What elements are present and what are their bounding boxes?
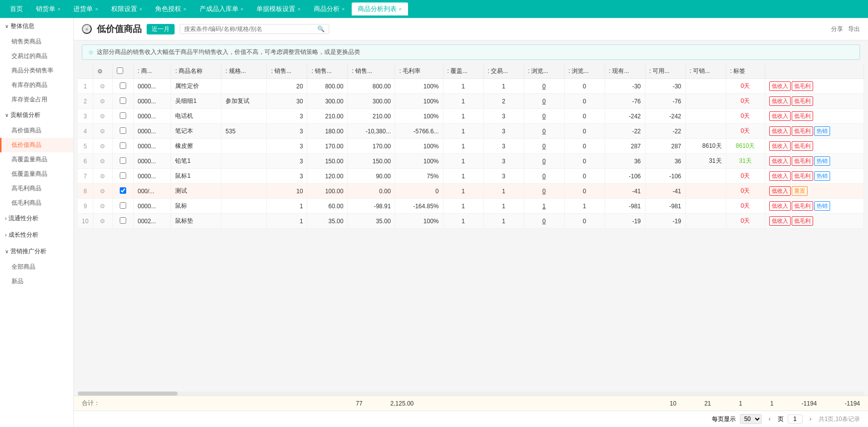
row-gear-icon[interactable]: ⚙	[100, 188, 105, 195]
col-gear[interactable]: ⚙	[93, 64, 112, 79]
col-check[interactable]	[112, 64, 133, 79]
search-input[interactable]	[184, 25, 317, 32]
export-button[interactable]: 导出	[848, 25, 860, 33]
row-gear-icon[interactable]: ⚙	[100, 218, 105, 225]
row-gear[interactable]: ⚙	[93, 79, 112, 94]
sidebar-item-高覆盖量商品[interactable]: 高覆盖量商品	[0, 152, 73, 167]
sidebar-item-有库存的商品[interactable]: 有库存的商品	[0, 78, 73, 92]
cell-view1[interactable]: 0	[524, 79, 564, 94]
sidebar-item-低毛利商品[interactable]: 低毛利商品	[0, 196, 73, 210]
nav-close-商品分析[interactable]: ×	[342, 6, 345, 12]
prev-page-btn[interactable]: ‹	[766, 415, 774, 424]
row-gear-icon[interactable]: ⚙	[100, 83, 105, 90]
row-gear-icon[interactable]: ⚙	[100, 173, 105, 180]
sidebar-section-营销推广分析[interactable]: ∨ 营销推广分析	[0, 243, 73, 260]
col-available: : 可用...	[645, 64, 685, 79]
sidebar-section-流通性分析[interactable]: › 流通性分析	[0, 210, 73, 227]
row-checkbox[interactable]	[120, 97, 126, 104]
row-gear[interactable]: ⚙	[93, 109, 112, 124]
cell-view1[interactable]: 0	[524, 109, 564, 124]
scrollbar-thumb[interactable]	[78, 392, 178, 396]
nav-close-销货单[interactable]: ×	[57, 6, 60, 12]
row-gear[interactable]: ⚙	[93, 184, 112, 199]
cell-view1[interactable]: 0	[524, 169, 564, 184]
sidebar-item-高毛利商品[interactable]: 高毛利商品	[0, 181, 73, 196]
nav-close-产成品入库单[interactable]: ×	[240, 6, 243, 12]
row-checkbox[interactable]	[120, 217, 126, 224]
nav-item-首页[interactable]: 首页	[4, 2, 29, 15]
cell-view1[interactable]: 0	[524, 214, 564, 229]
nav-close-单据模板设置[interactable]: ×	[297, 6, 300, 12]
nav-close-进货单[interactable]: ×	[95, 6, 98, 12]
cell-spec	[221, 109, 267, 124]
nav-item-商品分析列表[interactable]: 商品分析列表×	[352, 2, 408, 15]
sidebar-section-整体信息[interactable]: ∨ 整体信息	[0, 18, 73, 34]
row-gear[interactable]: ⚙	[93, 124, 112, 139]
sidebar-item-高价值商品[interactable]: 高价值商品	[0, 123, 73, 138]
row-gear-icon[interactable]: ⚙	[100, 143, 105, 150]
gear-icon[interactable]: ⚙	[97, 68, 103, 75]
sidebar-collapse-btn[interactable]: «	[82, 24, 92, 34]
sidebar-item-低覆盖量商品[interactable]: 低覆盖量商品	[0, 167, 73, 181]
nav-item-权限设置[interactable]: 权限设置×	[105, 2, 148, 15]
row-checkbox[interactable]	[120, 187, 126, 194]
page-size-select[interactable]: 50	[740, 414, 762, 424]
cell-view1[interactable]: 0	[524, 124, 564, 139]
nav-item-进货单[interactable]: 进货单×	[67, 2, 104, 15]
sidebar-item-销售类商品[interactable]: 销售类商品	[0, 34, 73, 49]
horizontal-scrollbar[interactable]	[78, 392, 864, 396]
cell-view1[interactable]: 0	[524, 139, 564, 154]
row-gear-icon[interactable]: ⚙	[100, 203, 105, 210]
cell-view1[interactable]: 0	[524, 94, 564, 109]
row-checkbox[interactable]	[120, 142, 126, 149]
cell-view1[interactable]: 1	[524, 199, 564, 214]
row-gear[interactable]: ⚙	[93, 139, 112, 154]
cell-coverage: 1	[443, 184, 483, 199]
sidebar-item-商品分类销售率[interactable]: 商品分类销售率	[0, 63, 73, 78]
nav-item-单据模板设置[interactable]: 单据模板设置×	[250, 2, 306, 15]
row-gear-icon[interactable]: ⚙	[100, 128, 105, 135]
row-gear[interactable]: ⚙	[93, 169, 112, 184]
row-gear-icon[interactable]: ⚙	[100, 158, 105, 165]
page-header: « 低价值商品 近一月 🔍 分享 导出	[74, 18, 868, 40]
cell-view1[interactable]: 0	[524, 154, 564, 169]
cell-sales_qty: 1	[267, 214, 307, 229]
row-checkbox[interactable]	[120, 202, 126, 209]
nav-item-销货单[interactable]: 销货单×	[30, 2, 66, 15]
sidebar-item-库存资金占用[interactable]: 库存资金占用	[0, 92, 73, 107]
filter-button[interactable]: 近一月	[147, 24, 175, 34]
nav-item-产成品入库单[interactable]: 产成品入库单×	[194, 2, 249, 15]
row-gear[interactable]: ⚙	[93, 214, 112, 229]
row-checkbox[interactable]	[120, 127, 126, 134]
nav-close-角色授权[interactable]: ×	[183, 6, 186, 12]
search-icon[interactable]: 🔍	[317, 25, 325, 32]
sidebar-section-贡献值分析[interactable]: ∨ 贡献值分析	[0, 107, 73, 123]
row-gear-icon[interactable]: ⚙	[100, 113, 105, 120]
cell-tags: 低收入低毛利	[765, 214, 864, 229]
row-checkbox-cell	[112, 199, 133, 214]
sidebar-item-新品[interactable]: 新品	[0, 274, 73, 289]
select-all-checkbox[interactable]	[117, 67, 123, 74]
sidebar-item-低价值商品[interactable]: 低价值商品	[0, 138, 73, 152]
row-checkbox[interactable]	[120, 82, 126, 89]
next-page-btn[interactable]: ›	[807, 415, 815, 424]
row-gear[interactable]: ⚙	[93, 199, 112, 214]
row-gear-icon[interactable]: ⚙	[100, 98, 105, 105]
row-checkbox[interactable]	[120, 172, 126, 179]
cell-view1[interactable]: 0	[524, 184, 564, 199]
tag-热销: 热销	[814, 156, 830, 166]
nav-item-角色授权[interactable]: 角色授权×	[149, 2, 192, 15]
row-gear[interactable]: ⚙	[93, 154, 112, 169]
nav-item-商品分析[interactable]: 商品分析×	[308, 2, 351, 15]
row-gear[interactable]: ⚙	[93, 94, 112, 109]
page-number-input[interactable]	[788, 415, 803, 424]
cell-sales_qty: 3	[267, 109, 307, 124]
row-checkbox[interactable]	[120, 157, 126, 164]
sidebar-section-成长性分析[interactable]: › 成长性分析	[0, 227, 73, 243]
row-checkbox[interactable]	[120, 112, 126, 119]
share-button[interactable]: 分享	[831, 25, 843, 33]
sidebar-item-交易过的商品[interactable]: 交易过的商品	[0, 49, 73, 63]
nav-close-商品分析列表[interactable]: ×	[399, 6, 402, 12]
sidebar-item-全部商品[interactable]: 全部商品	[0, 260, 73, 274]
nav-close-权限设置[interactable]: ×	[139, 6, 142, 12]
